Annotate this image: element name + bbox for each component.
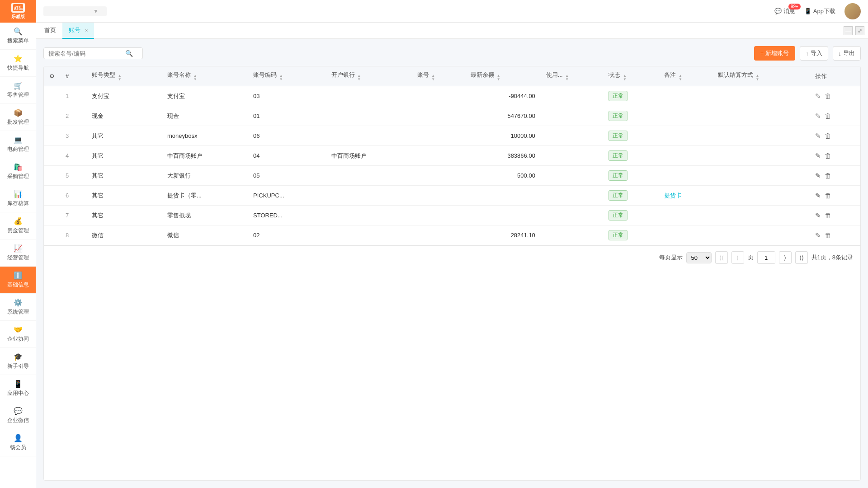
row-type: 其它 — [86, 206, 162, 225]
row-action: ✎ 🗑 — [810, 225, 860, 245]
delete-btn[interactable]: 🗑 — [825, 92, 831, 100]
sidebar-item-wholesale[interactable]: 📦 批发管理 — [0, 104, 36, 131]
edit-btn[interactable]: ✎ — [815, 231, 821, 239]
th-name[interactable]: 账号名称 ▲▼ — [162, 66, 248, 86]
table-row: 5 其它 大新银行 05 500.00 正常 ✎ 🗑 — [44, 166, 860, 186]
app-tagline: 乐感版 — [11, 14, 25, 20]
th-status[interactable]: 状态 ▲▼ — [603, 66, 659, 86]
pagination: 每页显示 50 20 100 ⟨⟨ ⟨ 页 ⟩ ⟩⟩ 共1页，8条记录 — [44, 245, 860, 269]
th-bank[interactable]: 开户银行 ▲▼ — [326, 66, 412, 86]
delete-btn[interactable]: 🗑 — [825, 152, 831, 160]
top-search-box[interactable]: ▼ — [43, 6, 107, 16]
window-minimize-btn[interactable]: — — [844, 26, 853, 35]
first-page-btn[interactable]: ⟨⟨ — [715, 251, 728, 264]
sidebar-item-retail[interactable]: 🛒 零售管理 — [0, 77, 36, 104]
th-code[interactable]: 账号编码 ▲▼ — [248, 66, 326, 86]
purchase-icon: 🛍️ — [14, 163, 23, 171]
tab-home[interactable]: 首页 — [38, 23, 62, 39]
account-search-input[interactable] — [48, 50, 125, 57]
th-type[interactable]: 账号类型 ▲▼ — [86, 66, 162, 86]
th-usage[interactable]: 使用... ▲▼ — [541, 66, 604, 86]
edit-btn[interactable]: ✎ — [815, 92, 821, 100]
row-settlement — [712, 166, 810, 186]
edit-btn[interactable]: ✎ — [815, 192, 821, 200]
delete-btn[interactable]: 🗑 — [825, 192, 831, 200]
next-page-btn[interactable]: ⟩ — [779, 251, 792, 264]
row-balance: -90444.00 — [465, 86, 541, 106]
enterprise-icon: 🤝 — [14, 325, 23, 334]
sort-arrows-settlement: ▲▼ — [755, 74, 759, 81]
th-remark-label: 备注 — [664, 71, 676, 78]
quick-nav-icon: ⭐ — [14, 54, 23, 63]
sidebar-item-purchase[interactable]: 🛍️ 采购管理 — [0, 158, 36, 185]
th-account[interactable]: 账号 ▲▼ — [412, 66, 465, 86]
page-number-input[interactable] — [757, 251, 775, 264]
svg-text:好生意: 好生意 — [14, 5, 23, 10]
row-code: STORED... — [248, 206, 326, 225]
th-remark[interactable]: 备注 ▲▼ — [659, 66, 712, 86]
import-button[interactable]: ↑ 导入 — [800, 46, 828, 61]
row-bank — [326, 86, 412, 106]
row-settings — [44, 126, 60, 146]
user-avatar[interactable] — [844, 3, 861, 19]
sort-arrows-account: ▲▼ — [431, 74, 435, 81]
export-button[interactable]: ↓ 导出 — [833, 46, 861, 61]
delete-btn[interactable]: 🗑 — [825, 112, 831, 120]
table-row: 2 现金 现金 01 547670.00 正常 ✎ 🗑 — [44, 106, 860, 126]
sidebar-item-search[interactable]: 🔍 搜索菜单 — [0, 23, 36, 50]
sidebar-item-basic-info[interactable]: ℹ️ 基础信息 — [0, 267, 36, 294]
sidebar-item-guide[interactable]: 🎓 新手引导 — [0, 348, 36, 375]
sidebar-item-system-label: 系统管理 — [7, 308, 29, 316]
sidebar-item-vip[interactable]: 👤 畅会员 — [0, 429, 36, 456]
sidebar-item-finance[interactable]: 💰 资金管理 — [0, 212, 36, 239]
edit-btn[interactable]: ✎ — [815, 172, 821, 180]
delete-btn[interactable]: 🗑 — [825, 132, 831, 140]
sidebar-item-enterprise[interactable]: 🤝 企业协同 — [0, 321, 36, 348]
sidebar-item-ecommerce[interactable]: 💻 电商管理 — [0, 131, 36, 158]
row-balance: 547670.00 — [465, 106, 541, 126]
row-action: ✎ 🗑 — [810, 86, 860, 106]
row-settings — [44, 146, 60, 166]
row-status: 正常 — [603, 166, 659, 186]
row-remark — [659, 146, 712, 166]
row-account — [412, 186, 465, 206]
table-row: 3 其它 moneybosx 06 10000.00 正常 ✎ 🗑 — [44, 126, 860, 146]
add-account-button[interactable]: + 新增账号 — [754, 46, 795, 61]
delete-btn[interactable]: 🗑 — [825, 172, 831, 180]
delete-btn[interactable]: 🗑 — [825, 231, 831, 239]
edit-btn[interactable]: ✎ — [815, 112, 821, 120]
th-settings[interactable]: ⚙ — [44, 66, 60, 86]
message-button[interactable]: 💬 消息 99+ — [774, 7, 795, 15]
account-search-box[interactable]: 🔍 — [43, 47, 143, 59]
th-settlement[interactable]: 默认结算方式 ▲▼ — [712, 66, 810, 86]
edit-btn[interactable]: ✎ — [815, 211, 821, 220]
sidebar-item-operations[interactable]: 📈 经营管理 — [0, 239, 36, 267]
edit-btn[interactable]: ✎ — [815, 132, 821, 140]
last-page-btn[interactable]: ⟩⟩ — [795, 251, 808, 264]
delete-btn[interactable]: 🗑 — [825, 211, 831, 220]
row-bank — [326, 186, 412, 206]
top-search-input[interactable] — [48, 8, 93, 14]
app-download-button[interactable]: 📱 App下载 — [804, 7, 835, 15]
edit-btn[interactable]: ✎ — [815, 152, 821, 160]
th-balance[interactable]: 最新余额 ▲▼ — [465, 66, 541, 86]
sidebar-item-quick-nav[interactable]: ⭐ 快捷导航 — [0, 50, 36, 77]
sidebar-item-inventory[interactable]: 📊 库存核算 — [0, 185, 36, 212]
sidebar-item-wholesale-label: 批发管理 — [7, 118, 29, 126]
tab-close-btn[interactable]: × — [85, 28, 88, 33]
sidebar-item-wechat-work[interactable]: 💬 企业微信 — [0, 402, 36, 429]
sidebar-item-system[interactable]: ⚙️ 系统管理 — [0, 294, 36, 321]
app-download-label: App下载 — [813, 7, 835, 15]
app-center-icon: 📱 — [14, 380, 23, 388]
account-search-icon[interactable]: 🔍 — [125, 50, 133, 57]
sidebar-item-enterprise-label: 企业协同 — [7, 335, 29, 343]
status-badge: 正常 — [609, 150, 627, 161]
status-badge: 正常 — [609, 170, 627, 181]
vip-icon: 👤 — [14, 434, 23, 442]
sidebar-item-app-center[interactable]: 📱 应用中心 — [0, 375, 36, 402]
window-maximize-btn[interactable]: ⤢ — [855, 26, 864, 35]
sort-arrows-type: ▲▼ — [118, 74, 122, 81]
tab-account[interactable]: 账号 × — [62, 23, 94, 39]
prev-page-btn[interactable]: ⟨ — [731, 251, 744, 264]
per-page-select[interactable]: 50 20 100 — [686, 252, 712, 263]
